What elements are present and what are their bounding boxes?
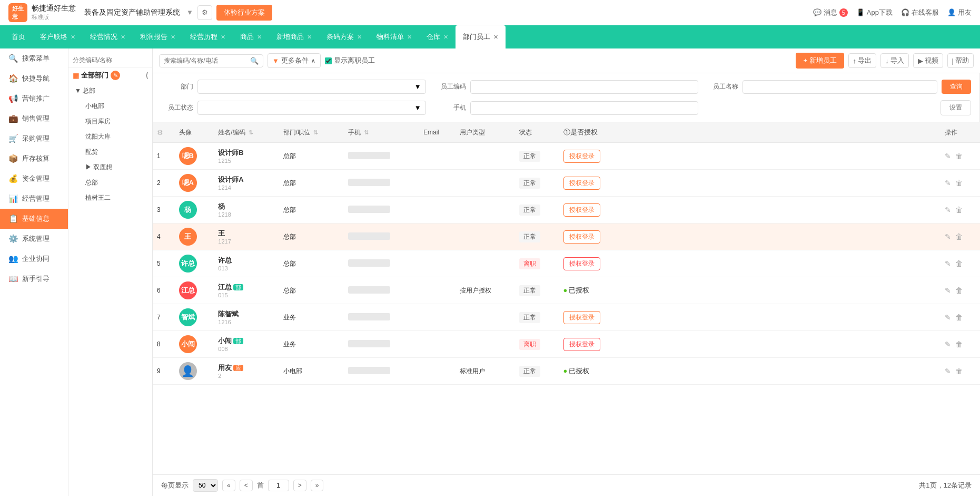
sidebar-item-营销推广[interactable]: 📢营销推广 <box>0 89 68 109</box>
trial-button[interactable]: 体验行业方案 <box>216 5 272 21</box>
show-all-checkbox-area[interactable]: 显示离职员工 <box>325 56 375 65</box>
sidebar-item-企业协同[interactable]: 👥企业协同 <box>0 249 68 269</box>
next-page-button[interactable]: > <box>293 480 306 491</box>
nav-tab-新增商品[interactable]: 新增商品✕ <box>269 25 319 48</box>
nav-tab-物料清单[interactable]: 物料清单✕ <box>369 25 419 48</box>
close-tab-icon[interactable]: ✕ <box>307 34 312 41</box>
close-tab-icon[interactable]: ✕ <box>257 34 262 41</box>
sidebar-item-销售管理[interactable]: 💼销售管理 <box>0 109 68 129</box>
import-button[interactable]: ↓ 导入 <box>880 53 909 68</box>
edit-icon[interactable]: ✎ <box>945 179 951 187</box>
close-tab-icon[interactable]: ✕ <box>221 34 225 41</box>
first-page-button[interactable]: « <box>222 480 235 491</box>
view-button[interactable]: ▶ 视频 <box>913 53 943 68</box>
dept-tree-item-配货[interactable]: 配货 <box>68 144 152 160</box>
title-dropdown-icon[interactable]: ▼ <box>186 8 193 16</box>
nav-tab-商品[interactable]: 商品✕ <box>233 25 269 48</box>
edit-icon[interactable]: ✎ <box>945 313 951 322</box>
add-employee-button[interactable]: + 新增员工 <box>796 53 844 69</box>
nav-tab-客户联络[interactable]: 客户联络✕ <box>33 25 83 48</box>
nav-tab-条码方案[interactable]: 条码方案✕ <box>319 25 369 48</box>
sidebar-item-采购管理[interactable]: 🛒采购管理 <box>0 129 68 149</box>
close-tab-icon[interactable]: ✕ <box>493 34 498 41</box>
per-page-select[interactable]: 50 <box>193 479 218 492</box>
close-tab-icon[interactable]: ✕ <box>443 34 448 41</box>
nav-tab-部门员工[interactable]: 部门员工✕ <box>456 25 506 48</box>
delete-icon[interactable]: 🗑 <box>955 367 963 375</box>
last-page-button[interactable]: » <box>311 480 324 491</box>
col-phone[interactable]: 手机 ⇅ <box>344 122 419 143</box>
sidebar-item-快捷导航[interactable]: 🏠快捷导航 <box>0 69 68 89</box>
dept-tree-item-小电部[interactable]: 小电部 <box>68 99 152 114</box>
dept-search-input[interactable] <box>73 56 152 64</box>
auth-login-button[interactable]: 授权登录 <box>563 311 600 324</box>
auth-login-button[interactable]: 授权登录 <box>563 338 600 351</box>
auth-login-button[interactable]: 授权登录 <box>563 257 600 270</box>
edit-icon[interactable]: ✎ <box>945 286 951 295</box>
export-button[interactable]: ↑ 导出 <box>848 53 877 68</box>
prev-page-button[interactable]: < <box>240 480 253 491</box>
nav-tab-仓库[interactable]: 仓库✕ <box>419 25 456 48</box>
dept-tree-item-项目库房[interactable]: 项目库房 <box>68 114 152 129</box>
sidebar-item-库存核算[interactable]: 📦库存核算 <box>0 149 68 169</box>
dept-tree-item-总部[interactable]: ▼ 总部 <box>68 83 152 99</box>
more-filter-button[interactable]: ▼ 更多条件 ∧ <box>268 53 321 68</box>
delete-icon[interactable]: 🗑 <box>955 259 963 268</box>
reset-button[interactable]: 设置 <box>941 100 971 115</box>
help-button[interactable]: | 帮助 <box>947 53 974 68</box>
sidebar-item-基础信息[interactable]: 📋基础信息 <box>0 209 68 229</box>
collapse-tree-button[interactable]: ⟨ <box>145 71 148 80</box>
nav-tab-经营历程[interactable]: 经营历程✕ <box>183 25 233 48</box>
auth-login-button[interactable]: 授权登录 <box>563 203 600 217</box>
edit-icon[interactable]: ✎ <box>945 367 951 375</box>
delete-icon[interactable]: 🗑 <box>955 152 963 160</box>
dept-tree-item-双鹿想[interactable]: ▶ 双鹿想 <box>68 160 152 175</box>
delete-icon[interactable]: 🗑 <box>955 286 963 295</box>
sidebar-item-资金管理[interactable]: 💰资金管理 <box>0 169 68 189</box>
edit-icon[interactable]: ✎ <box>945 206 951 214</box>
filter-dept-select[interactable]: ▼ <box>197 80 426 94</box>
nav-tab-利润报告[interactable]: 利润报告✕ <box>133 25 183 48</box>
nav-tab-首页[interactable]: 首页 <box>4 25 33 48</box>
filter-phone-input[interactable] <box>470 101 699 115</box>
close-tab-icon[interactable]: ✕ <box>121 34 125 41</box>
search-input[interactable] <box>164 57 248 64</box>
dept-tree-item-沈阳大库[interactable]: 沈阳大库 <box>68 129 152 144</box>
delete-icon[interactable]: 🗑 <box>955 232 963 241</box>
query-button[interactable]: 查询 <box>942 80 971 94</box>
dept-tree-item-植树王二[interactable]: 植树王二 <box>68 190 152 206</box>
col-name[interactable]: 姓名/编码 ⇅ <box>214 122 279 143</box>
dept-tree-item-总部[interactable]: 总部 <box>68 175 152 190</box>
col-settings[interactable]: ⚙ <box>153 122 175 143</box>
sidebar-item-经营管理[interactable]: 📊经营管理 <box>0 189 68 209</box>
close-tab-icon[interactable]: ✕ <box>171 34 175 41</box>
close-tab-icon[interactable]: ✕ <box>357 34 362 41</box>
col-dept[interactable]: 部门/职位 ⇅ <box>279 122 344 143</box>
user-menu[interactable]: 👤 用友 <box>947 8 972 17</box>
edit-icon[interactable]: ✎ <box>945 232 951 241</box>
show-all-checkbox[interactable] <box>325 57 332 64</box>
edit-icon[interactable]: ✎ <box>945 340 951 348</box>
delete-icon[interactable]: 🗑 <box>955 179 963 187</box>
close-tab-icon[interactable]: ✕ <box>71 34 75 41</box>
sidebar-item-新手引导[interactable]: 📖新手引导 <box>0 269 68 289</box>
online-service-button[interactable]: 🎧 在线客服 <box>901 8 939 17</box>
app-download-button[interactable]: 📱 App下载 <box>856 8 893 17</box>
edit-icon[interactable]: ✎ <box>945 259 951 268</box>
edit-dept-button[interactable]: ✎ <box>111 71 120 80</box>
close-tab-icon[interactable]: ✕ <box>407 34 412 41</box>
message-button[interactable]: 💬 消息 5 <box>813 8 848 17</box>
filter-empname-input[interactable] <box>743 80 937 94</box>
search-icon[interactable]: 🔍 <box>250 57 259 65</box>
sidebar-item-系统管理[interactable]: ⚙️系统管理 <box>0 229 68 249</box>
auth-login-button[interactable]: 授权登录 <box>563 150 600 163</box>
auth-login-button[interactable]: 授权登录 <box>563 177 600 190</box>
sidebar-item-搜索菜单[interactable]: 🔍搜索菜单 <box>0 48 68 69</box>
delete-icon[interactable]: 🗑 <box>955 313 963 322</box>
filter-status-select[interactable]: ▼ <box>197 101 426 115</box>
edit-icon[interactable]: ✎ <box>945 152 951 160</box>
filter-empcode-input[interactable] <box>470 80 699 94</box>
auth-login-button[interactable]: 授权登录 <box>563 230 600 244</box>
nav-tab-经营情况[interactable]: 经营情况✕ <box>83 25 133 48</box>
delete-icon[interactable]: 🗑 <box>955 340 963 348</box>
